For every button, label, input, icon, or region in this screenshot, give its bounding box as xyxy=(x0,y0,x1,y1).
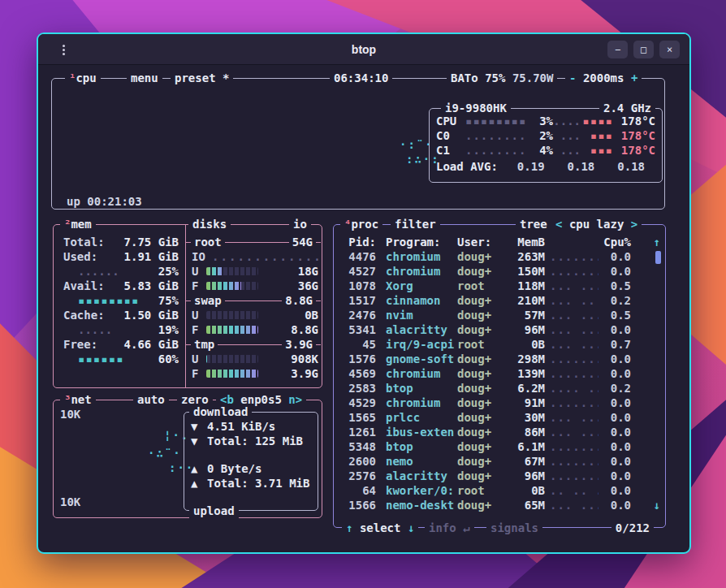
used-bar xyxy=(206,267,258,275)
menu-button[interactable]: menu xyxy=(127,71,162,85)
sort-prev-icon[interactable]: < xyxy=(555,218,562,231)
process-name: nvim xyxy=(376,308,457,322)
mem-free: Free:4.66 GiB xyxy=(63,337,179,352)
process-mem: 30M xyxy=(504,410,545,425)
process-user: doug+ xyxy=(457,308,504,322)
process-row[interactable]: 1078 Xorg root 118M ... .... 0.5 xyxy=(334,279,665,293)
process-mem: 0B xyxy=(504,483,545,498)
disk-root-free: F36G xyxy=(192,279,318,293)
process-row[interactable]: 64 kworker/0: root 0B .. .. . 0.0 xyxy=(334,483,665,498)
process-row[interactable]: 5341 alacritty doug+ 96M ... ... 0.0 xyxy=(334,322,665,337)
proc-panel-title[interactable]: ⁴proc xyxy=(340,217,382,231)
refresh-rate-control[interactable]: - 2000ms + xyxy=(565,71,642,85)
cpu-panel-title[interactable]: ¹cpu xyxy=(65,71,101,85)
transfer-arrow-icon: ▲ xyxy=(191,476,201,491)
selection-count: 0/212 xyxy=(611,521,654,535)
process-user: root xyxy=(457,337,504,352)
upload-label: upload xyxy=(189,504,239,518)
process-user: doug+ xyxy=(457,352,504,366)
process-row[interactable]: 4527 chromium doug+ 150M ....... 0.0 xyxy=(334,264,665,279)
process-row[interactable]: 1576 gnome-soft doug+ 298M ....... 0.0 xyxy=(334,352,665,366)
mem-cached: Cache:1.50 GiB xyxy=(63,308,179,322)
filter-button[interactable]: filter xyxy=(391,217,440,231)
process-cpu: 0.0 xyxy=(599,352,631,366)
process-user: doug+ xyxy=(457,439,504,454)
process-row[interactable]: 4529 chromium doug+ 91M ....... 0.0 xyxy=(334,396,665,410)
process-cpu: 0.7 xyxy=(599,337,631,352)
select-control[interactable]: ↑ select ↓ xyxy=(342,521,418,535)
header-cpu: Cpu% xyxy=(599,235,631,249)
process-user: doug+ xyxy=(457,410,504,425)
preset-button[interactable]: preset * xyxy=(171,71,233,85)
process-cpu: 0.0 xyxy=(599,396,631,410)
process-mem-graph: ... .... xyxy=(545,279,599,293)
process-cpu: 0.2 xyxy=(599,293,631,308)
close-button[interactable]: × xyxy=(659,41,680,58)
tree-toggle[interactable]: tree xyxy=(516,217,551,231)
process-row[interactable]: 2576 alacritty doug+ 96M ....... 0.0 xyxy=(334,469,665,483)
process-pid: 2476 xyxy=(339,308,376,322)
process-cpu: 0.0 xyxy=(599,249,631,264)
process-row[interactable]: 2600 nemo doug+ 67M ....... 0.0 xyxy=(334,454,665,469)
process-row[interactable]: 2476 nvim doug+ 57M ... .... 0.5 xyxy=(334,308,665,322)
process-mem: 96M xyxy=(504,469,545,483)
mem-free-meter: ▪▪▪▪▪▪60% xyxy=(78,352,179,366)
process-cpu: 0.0 xyxy=(599,439,631,454)
disk-tmp-used: U908K xyxy=(192,352,318,366)
signals-control[interactable]: signals xyxy=(486,521,542,535)
header-mem: MemB xyxy=(504,235,545,249)
process-mem: 6.2M xyxy=(504,381,545,396)
net-panel-title[interactable]: ³net xyxy=(60,392,96,407)
process-pid: 1517 xyxy=(339,293,376,308)
process-row[interactable]: 1261 ibus-exten doug+ 86M ... ... 0.0 xyxy=(334,425,665,439)
process-name: btop xyxy=(376,381,457,396)
process-user: doug+ xyxy=(457,366,504,381)
window-controls: − □ × xyxy=(607,41,680,58)
process-mem: 65M xyxy=(504,498,545,512)
clock: 06:34:10 xyxy=(330,71,392,85)
temp-meter: ▪▪▪ xyxy=(581,128,613,143)
process-mem-graph: ....... xyxy=(545,396,599,410)
process-mem-graph: .. .. . xyxy=(545,483,599,498)
info-control[interactable]: info ↵ xyxy=(425,521,474,535)
sort-next-icon[interactable]: > xyxy=(631,218,637,231)
rate-plus-button[interactable]: + xyxy=(631,71,637,84)
scroll-up-icon[interactable]: ↑ xyxy=(654,235,660,249)
process-name: gnome-soft xyxy=(376,352,457,366)
disks-io-toggle[interactable]: io xyxy=(289,217,311,231)
cpu-model: i9-9980HK xyxy=(441,101,511,115)
process-mem: 86M xyxy=(504,425,545,439)
free-bar xyxy=(206,282,258,290)
process-row[interactable]: 4476 chromium doug+ 263M ....... 0.0 xyxy=(334,249,665,264)
process-user: doug+ xyxy=(457,322,504,337)
net-auto-toggle[interactable]: auto xyxy=(133,392,169,407)
process-mem: 139M xyxy=(504,366,545,381)
process-mem: 6.1M xyxy=(504,439,545,454)
process-table-header: Pid: Program: User: MemB Cpu% xyxy=(334,235,665,249)
process-row[interactable]: 2583 btop doug+ 6.2M .... ... 0.2 xyxy=(334,381,665,396)
disk-root-io: IO.............. xyxy=(192,249,318,264)
disk-root-header: root54G xyxy=(186,235,321,249)
process-row[interactable]: 1517 cinnamon doug+ 210M ... .. . 0.2 xyxy=(334,293,665,308)
process-user: doug+ xyxy=(457,293,504,308)
process-row[interactable]: 4569 chromium doug+ 139M ....... 0.0 xyxy=(334,366,665,381)
process-row[interactable]: 1565 prlcc doug+ 30M ... ... 0.0 xyxy=(334,410,665,425)
header-program: Program: xyxy=(376,235,457,249)
process-pid: 4476 xyxy=(339,249,376,264)
process-cpu: 0.0 xyxy=(599,264,631,279)
process-row[interactable]: 45 irq/9-acpi root 0B ... .... 0.7 xyxy=(334,337,665,352)
process-mem-graph: ....... xyxy=(545,264,599,279)
network-io-row: ▼4.51 KiB/s xyxy=(191,419,316,434)
rate-minus-button[interactable]: - xyxy=(569,71,576,84)
process-row[interactable]: 5348 btop doug+ 6.1M ....... 0.0 xyxy=(334,439,665,454)
process-mem-graph: ... .... xyxy=(545,337,599,352)
process-cpu: 0.5 xyxy=(599,279,631,293)
maximize-button[interactable]: □ xyxy=(633,41,654,58)
process-name: irq/9-acpi xyxy=(376,337,457,352)
minimize-button[interactable]: − xyxy=(607,41,628,58)
free-bar xyxy=(206,326,258,334)
transfer-arrow-icon: ▼ xyxy=(191,434,201,448)
process-row[interactable]: 1566 nemo-deskt doug+ 65M ... .... 0.0 xyxy=(334,498,665,512)
sort-selector[interactable]: < cpu lazy > xyxy=(551,217,642,231)
mem-panel-title[interactable]: ²mem xyxy=(60,217,96,231)
